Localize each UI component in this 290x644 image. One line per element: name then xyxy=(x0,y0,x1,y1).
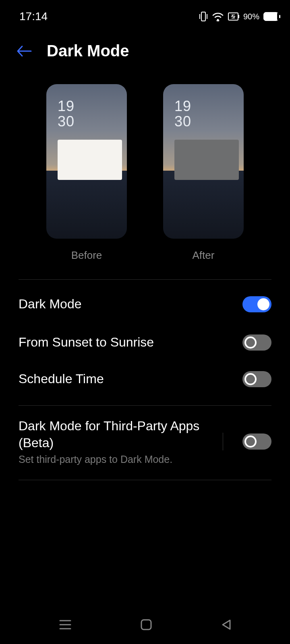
battery-icon xyxy=(263,12,280,21)
row-left: Dark Mode for Third-Party Apps (Beta) Se… xyxy=(19,418,208,465)
settings-list-2: Dark Mode for Third-Party Apps (Beta) Se… xyxy=(0,406,290,480)
schedule-time-toggle[interactable] xyxy=(242,371,271,387)
row-third-party: Dark Mode for Third-Party Apps (Beta) Se… xyxy=(19,406,271,480)
row-label: From Sunset to Sunrise xyxy=(19,334,154,351)
battery-saver-icon xyxy=(228,12,239,21)
page-title: Dark Mode xyxy=(47,42,129,60)
nav-home-button[interactable] xyxy=(140,619,152,632)
row-label: Dark Mode for Third-Party Apps (Beta) xyxy=(19,418,208,451)
vertical-separator xyxy=(223,433,223,450)
mock-time-line1: 19 xyxy=(174,99,191,114)
status-bar: 17:14 90% xyxy=(0,0,290,26)
preview-after-label: After xyxy=(193,249,215,262)
row-dark-mode: Dark Mode xyxy=(19,280,271,322)
svg-rect-0 xyxy=(201,12,205,21)
svg-rect-5 xyxy=(238,15,239,18)
triangle-left-icon xyxy=(220,619,232,631)
svg-rect-14 xyxy=(141,620,151,630)
back-button[interactable] xyxy=(16,43,32,59)
mock-card-light xyxy=(58,140,122,180)
dark-mode-toggle[interactable] xyxy=(242,296,271,312)
mock-card-dark xyxy=(174,140,239,180)
phone-mock-before: 19 30 xyxy=(46,84,127,239)
arrow-left-icon xyxy=(17,45,32,57)
row-label: Schedule Time xyxy=(19,371,104,388)
nav-recent-button[interactable] xyxy=(58,619,72,632)
svg-point-3 xyxy=(217,19,219,21)
status-right: 90% xyxy=(199,11,280,22)
preview-row: 19 30 Before 19 30 After xyxy=(0,68,290,265)
svg-rect-8 xyxy=(277,13,279,20)
preview-before-label: Before xyxy=(71,249,102,262)
third-party-toggle[interactable] xyxy=(242,433,271,450)
sunset-sunrise-toggle[interactable] xyxy=(242,334,271,351)
mock-time: 19 30 xyxy=(58,99,75,129)
settings-list: Dark Mode From Sunset to Sunrise Schedul… xyxy=(0,280,290,405)
svg-rect-9 xyxy=(263,12,277,21)
mock-time: 19 30 xyxy=(174,99,191,129)
status-time: 17:14 xyxy=(19,10,48,23)
svg-rect-10 xyxy=(279,15,280,18)
square-icon xyxy=(140,619,152,631)
battery-percent: 90% xyxy=(243,12,259,21)
mock-time-line2: 30 xyxy=(174,114,191,129)
preview-after: 19 30 After xyxy=(163,84,244,262)
page-header: Dark Mode xyxy=(0,26,290,68)
mock-time-line2: 30 xyxy=(58,114,75,129)
mock-time-line1: 19 xyxy=(58,99,75,114)
divider xyxy=(19,480,271,480)
row-sunset-sunrise: From Sunset to Sunrise xyxy=(19,322,271,363)
row-sublabel: Set third-party apps to Dark Mode. xyxy=(19,454,208,465)
row-label: Dark Mode xyxy=(19,296,82,313)
wifi-icon xyxy=(212,12,224,21)
row-schedule-time: Schedule Time xyxy=(19,363,271,405)
preview-before: 19 30 Before xyxy=(46,84,127,262)
menu-icon xyxy=(58,619,72,630)
vibrate-icon xyxy=(199,11,208,22)
phone-mock-after: 19 30 xyxy=(163,84,244,239)
nav-back-button[interactable] xyxy=(220,619,232,632)
navigation-bar xyxy=(0,607,290,644)
